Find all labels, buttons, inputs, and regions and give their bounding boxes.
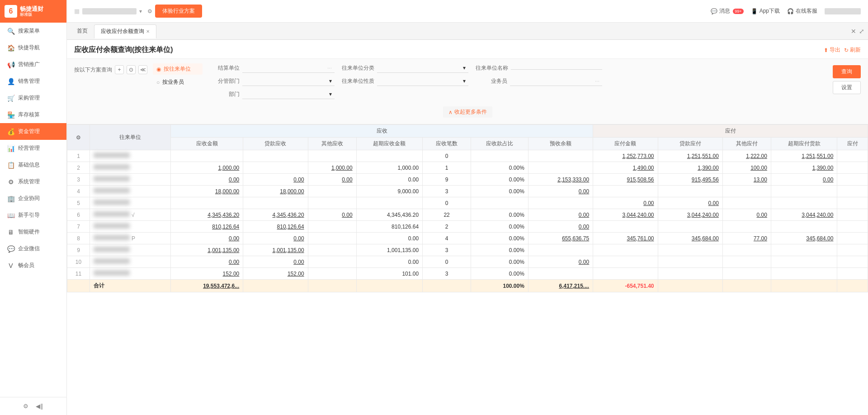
table-cell[interactable]: 2,153,333.00 bbox=[528, 174, 593, 186]
sidebar-item-wechat[interactable]: 💬企业微信 bbox=[0, 240, 66, 257]
table-cell[interactable]: 3,044,240.00 bbox=[771, 209, 837, 221]
table-cell[interactable]: 1,001,135.00 bbox=[171, 244, 243, 256]
table-cell[interactable]: 152.00 bbox=[171, 268, 243, 280]
partner-name-input[interactable] bbox=[511, 67, 602, 70]
table-cell[interactable]: 1,252,773.00 bbox=[593, 150, 658, 162]
query-button[interactable]: 查询 bbox=[833, 65, 861, 78]
tab-ar-ap[interactable]: 应收应付余额查询 ✕ bbox=[94, 24, 156, 38]
table-cell[interactable]: 915,508.56 bbox=[593, 174, 658, 186]
table-cell[interactable]: 1,251,551.00 bbox=[658, 150, 722, 162]
settings-button[interactable]: 设置 bbox=[833, 81, 861, 94]
table-cell: 3 bbox=[423, 186, 471, 197]
table-cell[interactable]: 1,222.00 bbox=[722, 150, 771, 162]
settlement-unit-input[interactable]: ··· bbox=[242, 63, 335, 73]
table-cell[interactable]: 0.00 bbox=[171, 233, 243, 244]
collapse-more-button[interactable]: ∧ 收起更多条件 bbox=[443, 106, 492, 118]
table-cell[interactable]: 345,761.00 bbox=[593, 233, 658, 244]
table-cell[interactable]: 0.00 bbox=[308, 174, 356, 186]
sidebar-item-quick-nav[interactable]: 🏠快捷导航 bbox=[0, 39, 66, 56]
table-cell[interactable]: 0.00 bbox=[308, 209, 356, 221]
sidebar-collapse-icon[interactable]: ◀‖ bbox=[36, 403, 43, 410]
table-cell[interactable]: 0.00 bbox=[243, 174, 308, 186]
table-cell[interactable]: 655,636.75 bbox=[528, 233, 593, 244]
tab-home[interactable]: 首页 bbox=[71, 24, 94, 38]
sidebar-item-basic-info[interactable]: 📋基础信息 bbox=[0, 157, 66, 173]
table-cell[interactable]: 0.00 bbox=[593, 197, 658, 209]
table-cell[interactable]: 0.00 bbox=[722, 209, 771, 221]
table-cell[interactable]: 3,044,240.00 bbox=[593, 209, 658, 221]
table-cell[interactable]: 18,000.00 bbox=[171, 186, 243, 197]
tab-close-window-icon[interactable]: ✕ bbox=[851, 28, 856, 35]
breadcrumb-dropdown[interactable]: ▾ bbox=[139, 8, 142, 14]
table-cell[interactable]: 0.00 bbox=[658, 197, 722, 209]
promote-button[interactable]: 体验行业方案 bbox=[155, 5, 202, 18]
app-download-action[interactable]: 📱 App下载 bbox=[751, 7, 780, 15]
sidebar-item-member[interactable]: V畅会员 bbox=[0, 257, 66, 274]
settings-gear-icon[interactable]: ⚙ bbox=[147, 8, 152, 14]
table-cell[interactable]: 1,251,551.00 bbox=[771, 150, 837, 162]
tab-close-icon[interactable]: ✕ bbox=[146, 29, 150, 34]
table-cell[interactable]: 345,684.00 bbox=[771, 233, 837, 244]
table-cell[interactable]: 810,126.64 bbox=[243, 221, 308, 233]
sidebar-item-smart-hw[interactable]: 🖥智能硬件 bbox=[0, 224, 66, 240]
table-cell[interactable]: 1,390.00 bbox=[771, 162, 837, 174]
department-select[interactable]: ▾ bbox=[242, 90, 335, 99]
footer-prepay[interactable]: 6,417,215.... bbox=[528, 280, 593, 292]
sidebar-item-finance[interactable]: 💰资金管理 bbox=[0, 123, 66, 140]
salesman-input[interactable]: ··· bbox=[510, 76, 602, 86]
table-cell[interactable]: 345,684.00 bbox=[658, 233, 722, 244]
table-cell[interactable]: 1,000.00 bbox=[308, 162, 356, 174]
table-cell[interactable]: 152.00 bbox=[243, 268, 308, 280]
sidebar-item-enterprise[interactable]: 🏢企业协同 bbox=[0, 190, 66, 207]
sidebar-item-inventory[interactable]: 🏪库存核算 bbox=[0, 106, 66, 123]
sidebar-item-guide[interactable]: 📖新手引导 bbox=[0, 207, 66, 224]
table-cell[interactable]: 0.00 bbox=[243, 233, 308, 244]
table-cell[interactable]: 0.00 bbox=[771, 174, 837, 186]
table-cell[interactable]: 1,390.00 bbox=[658, 162, 722, 174]
table-cell[interactable]: 1,000.00 bbox=[171, 162, 243, 174]
scheme-by-partner[interactable]: ◉ 按往来单位 bbox=[153, 63, 203, 75]
sidebar-item-sales[interactable]: 👤销售管理 bbox=[0, 73, 66, 90]
sidebar-item-operation[interactable]: 📊经营管理 bbox=[0, 140, 66, 157]
sidebar-item-search-menu[interactable]: 🔍搜索菜单 bbox=[0, 23, 66, 39]
message-action[interactable]: 💬 消息 99+ bbox=[711, 7, 743, 15]
table-cell[interactable]: 18,000.00 bbox=[243, 186, 308, 197]
scheme-settings-button[interactable]: ⊙ bbox=[127, 65, 136, 74]
table-cell[interactable]: 0.00 bbox=[528, 209, 593, 221]
table-cell[interactable]: 915,495.56 bbox=[658, 174, 722, 186]
quick-nav-icon: 🏠 bbox=[7, 44, 14, 52]
table-cell[interactable]: 1,490.00 bbox=[593, 162, 658, 174]
table-cell[interactable]: 810,126.64 bbox=[171, 221, 243, 233]
sidebar-item-marketing[interactable]: 📢营销推广 bbox=[0, 56, 66, 73]
table-cell[interactable]: 0.00 bbox=[243, 256, 308, 268]
table-cell[interactable]: 4,345,436.20 bbox=[243, 209, 308, 221]
scheme-by-salesman[interactable]: ○ 按业务员 bbox=[153, 76, 203, 88]
partner-category-select[interactable]: ▾ bbox=[377, 63, 468, 73]
table-cell[interactable]: 77.00 bbox=[722, 233, 771, 244]
refresh-button[interactable]: ↻ 刷新 bbox=[844, 46, 861, 54]
table-cell[interactable]: 13.00 bbox=[722, 174, 771, 186]
sidebar-settings-icon[interactable]: ⚙ bbox=[23, 403, 28, 410]
table-cell[interactable]: 0.00 bbox=[528, 221, 593, 233]
tab-maximize-icon[interactable]: ⤢ bbox=[859, 28, 864, 35]
sidebar-item-purchase[interactable]: 🛒采购管理 bbox=[0, 90, 66, 106]
table-cell[interactable]: 0.00 bbox=[528, 256, 593, 268]
table-cell[interactable]: 0.00 bbox=[528, 186, 593, 197]
footer-ar-amount[interactable]: 19,553,472,6... bbox=[171, 280, 243, 292]
dept-manager-select[interactable]: ▾ bbox=[242, 76, 335, 86]
table-cell[interactable]: 0.00 bbox=[171, 174, 243, 186]
scheme-collapse-button[interactable]: ≪ bbox=[138, 65, 147, 74]
table-cell[interactable]: 3,044,240.00 bbox=[658, 209, 722, 221]
online-service-action[interactable]: 🎧 在线客服 bbox=[787, 7, 817, 15]
table-cell[interactable]: 4,345,436.20 bbox=[171, 209, 243, 221]
export-button[interactable]: ⬆ 导出 bbox=[824, 46, 840, 54]
partner-nature-select[interactable]: ▾ bbox=[377, 76, 468, 86]
sidebar-item-system[interactable]: ⚙系统管理 bbox=[0, 173, 66, 190]
table-cell[interactable]: 100.00 bbox=[722, 162, 771, 174]
add-scheme-button[interactable]: + bbox=[115, 65, 124, 74]
table-row: 418,000.0018,000.009,000.0030.00%0.00 bbox=[67, 186, 868, 197]
table-cell[interactable]: 0.00 bbox=[171, 256, 243, 268]
th-settings[interactable]: ⚙ bbox=[67, 125, 90, 150]
page-title: 应收应付余额查询(按往来单位) bbox=[74, 45, 173, 55]
table-cell[interactable]: 1,001,135.00 bbox=[243, 244, 308, 256]
